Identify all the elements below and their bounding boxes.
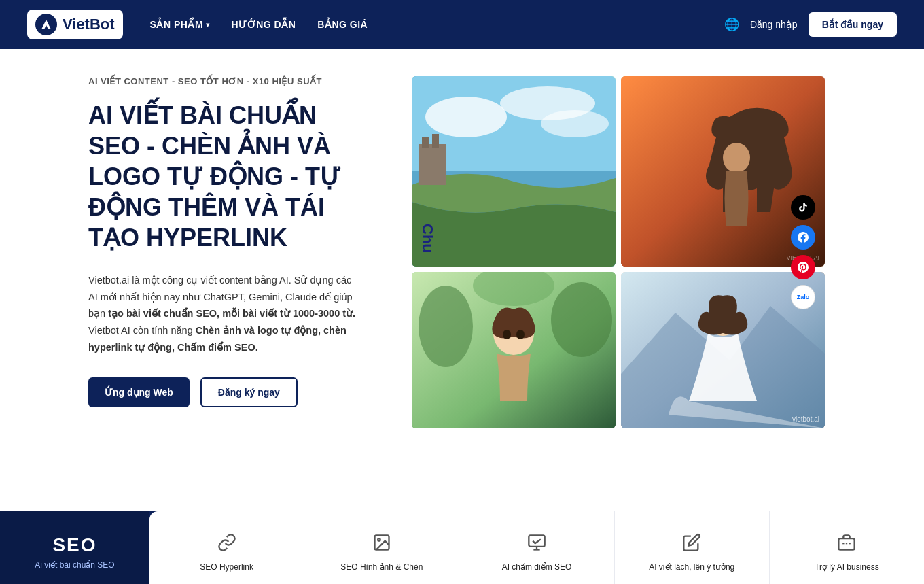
feature-business-ai[interactable]: Trợ lý AI business — [770, 511, 924, 584]
hero-desc-text2: Vietbot AI còn tính năng — [88, 325, 196, 336]
logo-text: VietBot — [63, 16, 115, 33]
seo-badge: SEO — [52, 534, 96, 556]
feature-score-seo[interactable]: AI chấm điểm SEO — [459, 511, 614, 584]
hero-title: AI VIẾT BÀI CHUẨN SEO - CHÈN ẢNH VÀ LOGO… — [88, 100, 360, 253]
nav-item-pricing[interactable]: BẢNG GIÁ — [317, 19, 368, 30]
bottom-section: SEO Ai viết bài chuẩn SEO SEO Hyperlink … — [0, 511, 924, 584]
feature-image-label: SEO Hình ảnh & Chèn — [340, 562, 423, 572]
svg-rect-8 — [432, 134, 439, 148]
svg-marker-0 — [41, 20, 51, 29]
logo-icon — [35, 14, 57, 35]
image-grid: Viết bài A — [412, 76, 825, 428]
svg-rect-24 — [839, 538, 855, 549]
hero-desc-bold1: tạo bài viết chuẩn SEO, mỗi bài viết từ … — [108, 308, 355, 319]
svg-point-12 — [419, 286, 473, 367]
facebook-icon[interactable] — [791, 225, 815, 250]
watermark-2: vietbot.ai — [792, 415, 819, 423]
web-app-button[interactable]: Ứng dụng Web — [88, 377, 190, 407]
svg-rect-7 — [422, 137, 429, 148]
zalo-icon[interactable]: Zalo — [791, 285, 815, 309]
svg-point-16 — [503, 330, 511, 339]
feature-writing-label: AI viết lách, lên ý tưởng — [649, 562, 734, 572]
hero-image-landscape: Viết bài A — [412, 76, 616, 267]
register-button[interactable]: Đăng ký ngay — [200, 377, 298, 407]
hyperlink-icon — [217, 533, 236, 557]
social-sidebar: Zalo — [791, 195, 815, 309]
seo-tab[interactable]: SEO Ai viết bài chuẩn SEO — [0, 511, 149, 584]
navbar-left: VietBot SẢN PHẨM ▾ HƯỚNG DẪN BẢNG GIÁ — [27, 10, 368, 39]
svg-rect-6 — [419, 144, 446, 185]
login-button[interactable]: Đăng nhập — [750, 19, 798, 30]
grid-chu: Chu — [419, 224, 436, 253]
image-seo-icon — [372, 533, 391, 557]
nav-menu: SẢN PHẨM ▾ HƯỚNG DẪN BẢNG GIÁ — [150, 19, 368, 30]
tiktok-icon[interactable] — [791, 195, 815, 220]
writing-icon — [682, 533, 701, 557]
svg-point-2 — [425, 97, 507, 137]
hero-buttons: Ứng dụng Web Đăng ký ngay — [88, 377, 360, 407]
svg-rect-22 — [529, 535, 544, 546]
logo[interactable]: VietBot — [27, 10, 123, 39]
svg-point-4 — [541, 110, 609, 137]
feature-hyperlink[interactable]: SEO Hyperlink — [149, 511, 304, 584]
feature-writing[interactable]: AI viết lách, lên ý tưởng — [615, 511, 770, 584]
globe-icon: 🌐 — [724, 17, 739, 32]
hero-tag: AI VIẾT CONTENT - SEO TỐT HƠN - X10 HIỆU… — [88, 76, 360, 86]
language-selector[interactable]: 🌐 — [724, 17, 739, 32]
svg-point-10 — [723, 143, 750, 173]
seo-subtitle: Ai viết bài chuẩn SEO — [35, 560, 114, 570]
business-ai-icon — [837, 533, 856, 557]
start-button[interactable]: Bắt đầu ngay — [808, 12, 897, 37]
svg-point-17 — [516, 330, 525, 339]
chevron-down-icon: ▾ — [206, 21, 210, 29]
pinterest-icon[interactable] — [791, 255, 815, 279]
nav-item-products[interactable]: SẢN PHẨM ▾ — [150, 19, 210, 30]
hero-left: AI VIẾT CONTENT - SEO TỐT HƠN - X10 HIỆU… — [88, 76, 360, 407]
bottom-features: SEO Hyperlink SEO Hình ảnh & Chèn AI chấ… — [149, 511, 924, 584]
feature-image-seo[interactable]: SEO Hình ảnh & Chèn — [304, 511, 459, 584]
hero-section: AI VIẾT CONTENT - SEO TỐT HƠN - X10 HIỆU… — [0, 49, 924, 511]
svg-point-13 — [551, 282, 612, 357]
score-seo-icon — [527, 533, 546, 557]
navbar: VietBot SẢN PHẨM ▾ HƯỚNG DẪN BẢNG GIÁ 🌐 … — [0, 0, 924, 49]
nav-item-guide[interactable]: HƯỚNG DẪN — [232, 19, 296, 30]
feature-business-label: Trợ lý AI business — [815, 562, 879, 572]
hero-description: Vietbot.ai là một công cụ viết content b… — [88, 272, 360, 356]
feature-score-label: AI chấm điểm SEO — [502, 562, 572, 572]
hero-image-portrait2 — [412, 272, 616, 428]
svg-point-21 — [378, 538, 380, 541]
navbar-right: 🌐 Đăng nhập Bắt đầu ngay — [724, 12, 897, 37]
feature-hyperlink-label: SEO Hyperlink — [200, 562, 253, 572]
hero-right: Viết bài A — [401, 76, 836, 428]
